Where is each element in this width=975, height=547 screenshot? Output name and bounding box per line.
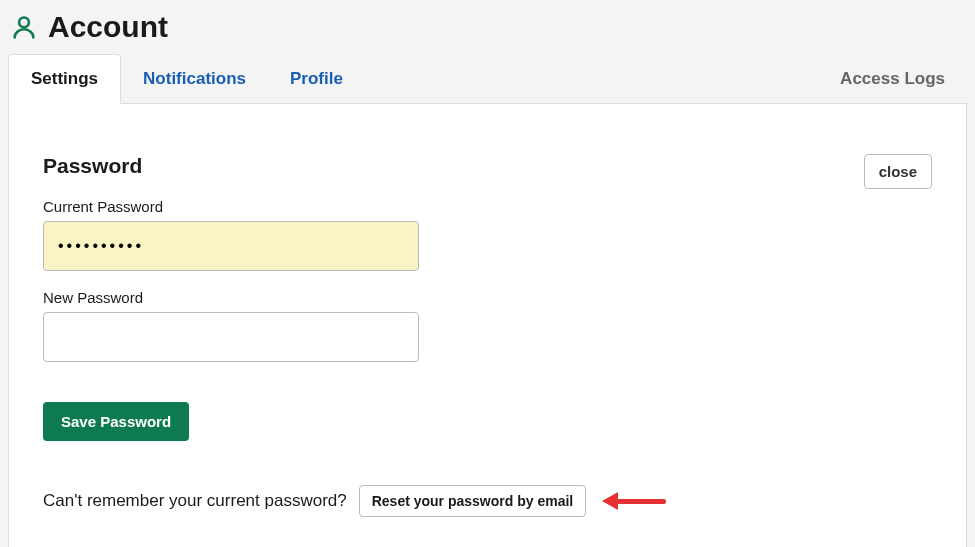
current-password-label: Current Password [43,198,932,215]
save-password-button[interactable]: Save Password [43,402,189,441]
new-password-label: New Password [43,289,932,306]
svg-point-0 [19,17,29,27]
reset-by-email-button[interactable]: Reset your password by email [359,485,587,517]
annotation-arrow-icon [602,492,666,510]
current-password-group: Current Password [43,198,932,271]
page-header: Account [0,0,975,54]
tab-notifications[interactable]: Notifications [121,55,268,103]
page-title: Account [48,10,168,44]
tab-settings[interactable]: Settings [8,54,121,104]
close-button[interactable]: close [864,154,932,189]
new-password-input[interactable] [43,312,419,362]
settings-panel: Password close Current Password New Pass… [8,104,967,547]
current-password-input[interactable] [43,221,419,271]
tab-access-logs[interactable]: Access Logs [818,55,967,103]
tab-profile[interactable]: Profile [268,55,365,103]
password-section-title: Password [43,154,142,178]
user-icon [10,13,38,41]
new-password-group: New Password [43,289,932,362]
reset-row: Can't remember your current password? Re… [43,485,932,517]
tabs: Settings Notifications Profile Access Lo… [8,54,967,103]
reset-prompt-text: Can't remember your current password? [43,491,347,511]
tabs-container: Settings Notifications Profile Access Lo… [8,54,967,104]
password-section-header: Password close [43,154,932,198]
